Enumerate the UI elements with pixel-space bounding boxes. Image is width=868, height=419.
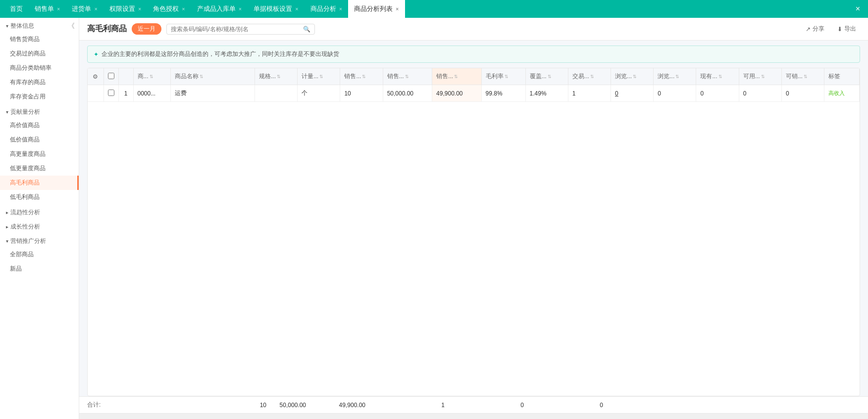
nav-tab-analysis-list[interactable]: 商品分析列表 × <box>348 0 405 18</box>
nav-tab-purchase[interactable]: 进货单 × <box>66 0 103 18</box>
close-analysis-list-tab[interactable]: × <box>396 6 399 12</box>
row-unit-cell: 个 <box>298 85 340 102</box>
tag-column-header[interactable]: 标签 <box>824 68 860 85</box>
sidebar-item-high-margin[interactable]: 高毛利商品 <box>0 176 79 190</box>
sidebar-item-sales-goods[interactable]: 销售货商品 <box>0 32 79 47</box>
close-analysis-tab[interactable]: × <box>339 6 342 12</box>
margin-rate-column-header[interactable]: 毛利率 ⇅ <box>481 68 525 85</box>
nav-tab-roles[interactable]: 角色授权 × <box>147 0 191 18</box>
overall-arrow-icon: ▾ <box>6 23 8 29</box>
saleable-column-header[interactable]: 可销... ⇅ <box>781 68 824 85</box>
nav-tab-permissions[interactable]: 权限设置 × <box>103 0 147 18</box>
row-spec-cell <box>255 85 297 102</box>
sidebar-collapse-button[interactable]: 《 <box>68 22 75 31</box>
footer-empty1 <box>369 402 409 409</box>
name-column-header[interactable]: 商品名称 ⇅ <box>171 68 255 85</box>
sidebar-group-trend[interactable]: ▸ 流趋性分析 <box>0 204 79 219</box>
search-icon[interactable]: 🔍 <box>303 26 310 33</box>
horizontal-scrollbar[interactable] <box>79 413 868 419</box>
nav-tab-home[interactable]: 首页 <box>4 0 29 18</box>
coverage-column-header[interactable]: 覆盖... ⇅ <box>525 68 568 85</box>
nav-tab-products[interactable]: 产成品入库单 × <box>191 0 248 18</box>
sidebar-item-inventory-goods[interactable]: 有库存的商品 <box>0 75 79 90</box>
top-navigation: 首页 销售单 × 进货单 × 权限设置 × 角色授权 × 产成品入库单 × 单据… <box>0 0 868 18</box>
row-current-cell: 0 <box>696 85 739 102</box>
browse1-column-header[interactable]: 浏览... ⇅ <box>611 68 654 85</box>
main-container: 《 ▾ 整体信息 销售货商品 交易过的商品 商品分类助销率 有库存的商品 库存资… <box>0 18 868 419</box>
page-title: 高毛利商品 <box>87 24 127 34</box>
close-permissions-tab[interactable]: × <box>138 6 141 12</box>
coverage-sort-icon: ⇅ <box>548 74 552 79</box>
browse2-column-header[interactable]: 浏览... ⇅ <box>654 68 696 85</box>
unit-column-header[interactable]: 计量... ⇅ <box>298 68 340 85</box>
select-all-checkbox[interactable] <box>108 73 114 79</box>
nav-tab-templates[interactable]: 单据模板设置 × <box>248 0 304 18</box>
sidebar-group-overall[interactable]: ▾ 整体信息 <box>0 18 79 32</box>
close-products-tab[interactable]: × <box>239 6 242 12</box>
row-available-cell: 0 <box>739 85 781 102</box>
code-column-header[interactable]: 商... ⇅ <box>133 68 171 85</box>
row-margin-rate-cell: 99.8% <box>481 85 525 102</box>
info-banner: ✦ 企业的主要的利润都是这部分商品创造的，可考虑加大推广，同时关注库存是不要出现… <box>87 46 860 63</box>
sales-qty-column-header[interactable]: 销售... ⇅ <box>340 68 383 85</box>
available-column-header[interactable]: 可用... ⇅ <box>739 68 781 85</box>
footer-values: 10 50,000.00 49,900.00 1 0 0 <box>132 402 607 409</box>
footer-sales-cost: 49,900.00 <box>310 402 369 409</box>
settings-column-header[interactable]: ⚙ <box>88 68 103 85</box>
nav-tab-analysis[interactable]: 商品分析 × <box>305 0 348 18</box>
sidebar-item-low-freq[interactable]: 低更量度商品 <box>0 161 79 176</box>
content-area: 高毛利商品 近一月 🔍 ↗ 分享 ⬇ 导出 ✦ 企业的主要的利润都是这部分商品创… <box>79 18 868 419</box>
sidebar-item-high-value[interactable]: 高价值商品 <box>0 118 79 133</box>
row-code-cell: 0000... <box>133 85 171 102</box>
sidebar-item-new-goods[interactable]: 新品 <box>0 262 79 276</box>
share-button[interactable]: ↗ 分享 <box>802 23 828 35</box>
close-purchase-tab[interactable]: × <box>94 6 97 12</box>
browse2-sort-icon: ⇅ <box>675 74 679 79</box>
footer-sales-qty <box>132 402 231 409</box>
row-saleable-cell: 0 <box>781 85 824 102</box>
sidebar-item-low-margin[interactable]: 低毛利商品 <box>0 190 79 204</box>
filter-month-button[interactable]: 近一月 <box>132 23 161 35</box>
row-sales-cost-cell: 49,900.00 <box>432 85 481 102</box>
sidebar-group-growth[interactable]: ▸ 成长性分析 <box>0 219 79 233</box>
row-checkbox-cell[interactable] <box>103 85 118 102</box>
footer-empty2 <box>449 402 488 409</box>
data-table: ⚙ 商... ⇅ <box>88 68 860 102</box>
sidebar-item-all-goods[interactable]: 全部商品 <box>0 247 79 262</box>
sidebar-group-marketing[interactable]: ▾ 营销推广分析 <box>0 233 79 247</box>
sidebar-item-inventory-fund[interactable]: 库存资金占用 <box>0 90 79 104</box>
export-button[interactable]: ⬇ 导出 <box>833 23 860 35</box>
settings-icon[interactable]: ⚙ <box>93 73 98 80</box>
close-all-button[interactable]: × <box>852 4 864 13</box>
sidebar-item-traded-goods[interactable]: 交易过的商品 <box>0 47 79 61</box>
sales-cost-column-header[interactable]: 销售... ⇅ <box>432 68 481 85</box>
row-coverage-cell: 1.49% <box>525 85 568 102</box>
row-sales-qty-cell: 10 <box>340 85 383 102</box>
browse1-sort-icon: ⇅ <box>633 74 637 79</box>
spec-column-header[interactable]: 规格... ⇅ <box>255 68 297 85</box>
sales-amount-sort-icon: ⇅ <box>405 74 409 79</box>
search-box[interactable]: 🔍 <box>166 24 315 35</box>
export-icon: ⬇ <box>837 26 842 33</box>
current-column-header[interactable]: 现有... ⇅ <box>696 68 739 85</box>
close-sales-tab[interactable]: × <box>57 6 60 12</box>
growth-arrow-icon: ▸ <box>6 224 8 230</box>
table-row: 1 0000... 运费 个 <box>88 85 860 102</box>
sales-amount-column-header[interactable]: 销售... ⇅ <box>383 68 432 85</box>
nav-tab-sales[interactable]: 销售单 × <box>29 0 66 18</box>
trade-column-header[interactable]: 交易... ⇅ <box>568 68 611 85</box>
sidebar-item-goods-assist[interactable]: 商品分类助销率 <box>0 61 79 75</box>
table-header-row: ⚙ 商... ⇅ <box>88 68 860 85</box>
data-table-wrapper[interactable]: ⚙ 商... ⇅ <box>87 68 860 396</box>
row-checkbox[interactable] <box>108 90 114 96</box>
sidebar-item-high-freq[interactable]: 高更量度商品 <box>0 147 79 161</box>
row-browse1-cell[interactable]: 0 <box>611 85 654 102</box>
sales-cost-sort-icon: ⇅ <box>454 74 458 79</box>
sidebar-item-low-value[interactable]: 低价值商品 <box>0 133 79 147</box>
sales-qty-sort-icon: ⇅ <box>362 74 366 79</box>
close-templates-tab[interactable]: × <box>295 6 298 12</box>
close-roles-tab[interactable]: × <box>182 6 185 12</box>
share-icon: ↗ <box>806 26 811 33</box>
search-input[interactable] <box>171 26 303 33</box>
sidebar-group-wealth[interactable]: ▾ 贡献量分析 <box>0 104 79 118</box>
